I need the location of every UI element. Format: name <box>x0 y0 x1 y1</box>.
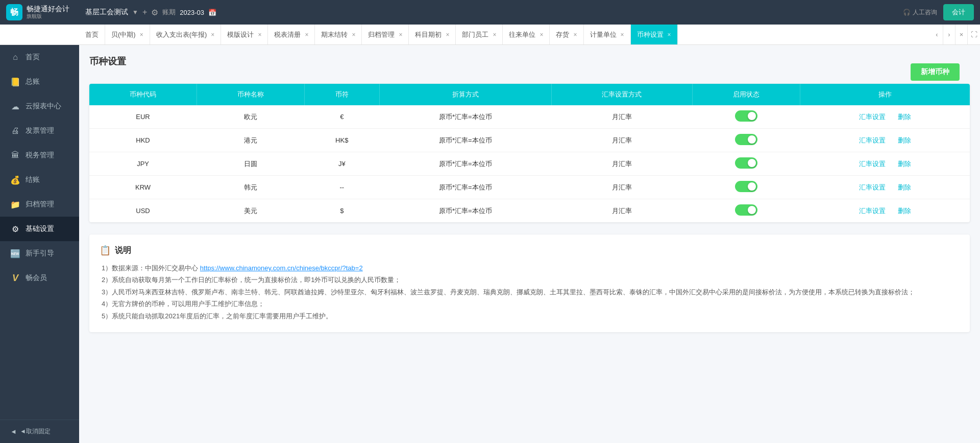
tab-inventory-label: 存货 <box>556 30 569 39</box>
tab-department[interactable]: 部门员工 × <box>456 25 503 44</box>
tab-tax[interactable]: 税表清册 × <box>268 25 315 44</box>
col-rate-type: 汇率设置方式 <box>551 84 692 105</box>
notes-item: 2）系统自动获取每月第一个工作日的汇率标价，统一为直接标价法，即1外币可以兑换的… <box>100 274 960 286</box>
tab-department-label: 部门员工 <box>462 30 488 39</box>
new-currency-button[interactable]: 新增币种 <box>911 63 960 81</box>
cell-conversion: 原币*汇率=本位币 <box>379 152 551 176</box>
cell-conversion: 原币*汇率=本位币 <box>379 105 551 129</box>
tab-archive-close[interactable]: × <box>399 31 402 38</box>
tab-unit[interactable]: 往来单位 × <box>503 25 550 44</box>
status-toggle-2[interactable] <box>735 157 757 169</box>
app-sub: 旗舰版 <box>27 13 69 20</box>
calendar-icon[interactable]: 📅 <box>208 9 216 16</box>
status-toggle-1[interactable] <box>735 134 757 145</box>
sidebar-item-report[interactable]: ☁ 云报表中心 <box>0 94 79 119</box>
account-button[interactable]: 会计 <box>943 4 974 20</box>
add-tab-icon[interactable]: + <box>142 8 147 17</box>
cell-rate-type: 月汇率 <box>551 129 692 152</box>
top-bar-right: 🎧 人工咨询 会计 <box>903 4 974 20</box>
company-name: 基层工会测试 <box>85 8 128 17</box>
tab-inventory-close[interactable]: × <box>573 31 577 38</box>
sidebar-item-guide[interactable]: 🆕 新手引导 <box>0 241 79 266</box>
help-button[interactable]: 🎧 人工咨询 <box>903 8 937 17</box>
status-toggle-0[interactable] <box>735 110 757 122</box>
tab-balance-label: 贝(中期) <box>111 30 136 39</box>
rate-setting-link-4[interactable]: 汇率设置 <box>859 207 886 215</box>
cell-status <box>692 199 800 223</box>
app-title: 畅捷通好会计 <box>27 5 69 13</box>
tab-tax-close[interactable]: × <box>305 31 308 38</box>
sidebar-item-invoice[interactable]: 🖨 发票管理 <box>0 119 79 143</box>
tab-subject[interactable]: 科目期初 × <box>409 25 456 44</box>
sidebar-item-tax[interactable]: 🏛 税务管理 <box>0 143 79 168</box>
tab-unit-close[interactable]: × <box>540 31 543 38</box>
cloud-icon: ☁ <box>10 101 20 111</box>
settle-icon: 💰 <box>10 175 20 185</box>
tab-balance[interactable]: 贝(中期) × <box>105 25 150 44</box>
toggle-thumb-2 <box>748 159 756 167</box>
delete-link-2[interactable]: 删除 <box>898 160 911 168</box>
logo-area: 畅 畅捷通好会计 旗舰版 <box>6 4 85 20</box>
notes-list: 1）数据来源：中国外汇交易中心 https://www.chinamoney.c… <box>100 262 960 322</box>
notes-header: 📋 说明 <box>100 245 960 256</box>
sidebar-item-settle[interactable]: 💰 结账 <box>0 168 79 192</box>
cell-rate-type: 月汇率 <box>551 152 692 176</box>
cell-action: 汇率设置 删除 <box>800 199 970 223</box>
sidebar-label-invoice: 发票管理 <box>26 126 54 135</box>
cell-code: HKD <box>89 129 197 152</box>
cell-action: 汇率设置 删除 <box>800 152 970 176</box>
delete-link-3[interactable]: 删除 <box>898 183 911 191</box>
sidebar-item-vip[interactable]: V 畅会员 <box>0 266 79 290</box>
tab-period-end[interactable]: 期末结转 × <box>315 25 362 44</box>
rate-setting-link-0[interactable]: 汇率设置 <box>859 113 886 121</box>
tab-subject-close[interactable]: × <box>446 31 449 38</box>
china-money-link[interactable]: https://www.chinamoney.com.cn/chinese/bk… <box>200 264 363 272</box>
cell-status <box>692 105 800 129</box>
gear-icon: ⚙ <box>10 224 20 234</box>
tax-icon: 🏛 <box>10 150 20 160</box>
sidebar-label-vip: 畅会员 <box>26 273 47 283</box>
sidebar-label-home: 首页 <box>26 53 40 62</box>
sidebar-item-basic[interactable]: ⚙ 基础设置 <box>0 217 79 241</box>
tab-template[interactable]: 模版设计 × <box>221 25 268 44</box>
tab-bar: 首页 贝(中期) × 收入支出表(年报) × 模版设计 × 税表清册 × 期末结… <box>0 25 980 45</box>
tab-department-close[interactable]: × <box>493 31 496 38</box>
tab-income[interactable]: 收入支出表(年报) × <box>150 25 222 44</box>
sidebar-pin-toggle[interactable]: ◄ ◄取消固定 <box>0 419 79 443</box>
content-area: 币种设置 新增币种 币种代码 币种名称 币符 折算方式 汇率设置方式 启用状态 … <box>79 45 980 443</box>
tab-balance-close[interactable]: × <box>140 31 143 38</box>
tab-nav-next[interactable]: › <box>943 25 955 44</box>
status-toggle-3[interactable] <box>735 181 757 192</box>
col-action: 操作 <box>800 84 970 105</box>
company-dropdown-icon[interactable]: ▼ <box>132 9 138 16</box>
rate-setting-link-1[interactable]: 汇率设置 <box>859 136 886 144</box>
sidebar-item-archive[interactable]: 📁 归档管理 <box>0 192 79 217</box>
sidebar-item-home[interactable]: ⌂ 首页 <box>0 45 79 69</box>
settings-icon[interactable]: ⚙ <box>151 8 158 17</box>
tab-currency[interactable]: 币种设置 × <box>631 25 678 44</box>
tab-close-all[interactable]: × <box>955 25 968 44</box>
tab-nav-prev[interactable]: ‹ <box>931 25 943 44</box>
notes-icon: 📋 <box>100 245 111 256</box>
rate-setting-link-3[interactable]: 汇率设置 <box>859 183 886 191</box>
cell-symbol: J¥ <box>304 152 379 176</box>
tab-home[interactable]: 首页 <box>79 25 105 44</box>
tab-income-close[interactable]: × <box>211 31 214 38</box>
page-title: 币种设置 <box>89 55 126 67</box>
sidebar-item-general[interactable]: 📒 总账 <box>0 69 79 94</box>
cell-status <box>692 129 800 152</box>
rate-setting-link-2[interactable]: 汇率设置 <box>859 160 886 168</box>
delete-link-1[interactable]: 删除 <box>898 136 911 144</box>
tab-period-end-close[interactable]: × <box>352 31 355 38</box>
tab-measure-close[interactable]: × <box>621 31 624 38</box>
tab-expand-icon[interactable]: ⛶ <box>968 25 980 44</box>
tab-template-close[interactable]: × <box>258 31 261 38</box>
delete-link-4[interactable]: 删除 <box>898 207 911 215</box>
tab-measure[interactable]: 计量单位 × <box>584 25 631 44</box>
delete-link-0[interactable]: 删除 <box>898 113 911 121</box>
status-toggle-4[interactable] <box>735 204 757 216</box>
tab-archive[interactable]: 归档管理 × <box>362 25 409 44</box>
tab-inventory[interactable]: 存货 × <box>550 25 583 44</box>
tab-currency-close[interactable]: × <box>668 31 671 38</box>
currency-table: 币种代码 币种名称 币符 折算方式 汇率设置方式 启用状态 操作 EUR 欧元 … <box>89 84 970 222</box>
